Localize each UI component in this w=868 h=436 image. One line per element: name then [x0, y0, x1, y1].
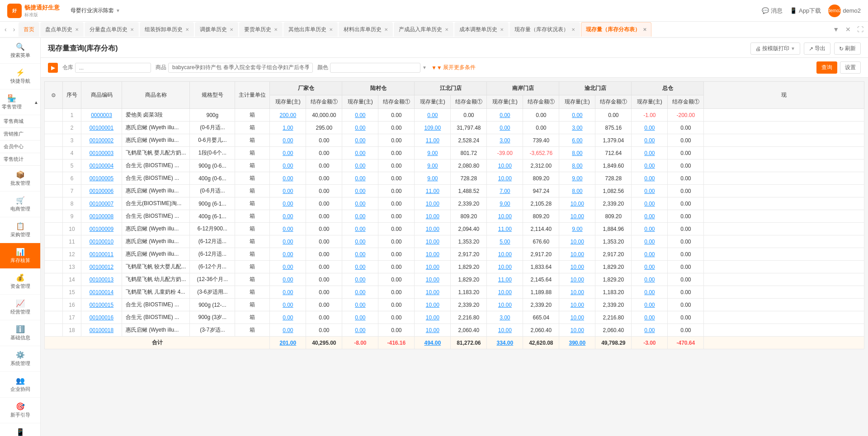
- row-changjia-cur[interactable]: 0.00: [270, 134, 306, 147]
- row-lucun-cur[interactable]: 0.00: [342, 223, 378, 235]
- row-changjia-cur[interactable]: 1.00: [270, 122, 306, 134]
- row-jiangbei-cur[interactable]: 11.00: [415, 185, 451, 197]
- row-nanan-cur[interactable]: 3.00: [487, 311, 523, 324]
- tab-close-all-btn[interactable]: ✕: [843, 26, 854, 33]
- row-zongcang-cur[interactable]: 0.00: [632, 147, 668, 159]
- summary-changjia-cur[interactable]: 201.00: [270, 337, 306, 349]
- summary-nanan-cur[interactable]: 334.00: [487, 337, 523, 349]
- tab-8-close[interactable]: ✕: [445, 27, 448, 32]
- row-lucun-cur[interactable]: 0.00: [342, 299, 378, 311]
- row-lucun-cur[interactable]: 0.00: [342, 159, 378, 172]
- row-code[interactable]: 00100011: [81, 248, 122, 261]
- row-changjia-cur[interactable]: 0.00: [270, 172, 306, 185]
- row-zongcang-cur[interactable]: -1.00: [632, 109, 668, 122]
- row-zongcang-cur[interactable]: 0.00: [632, 248, 668, 261]
- row-nanan-cur[interactable]: 10.00: [487, 299, 523, 311]
- row-code[interactable]: 00100016: [81, 311, 122, 324]
- row-nanan-cur[interactable]: 9.00: [487, 197, 523, 210]
- tab-4[interactable]: 调拨单历史 ✕: [195, 22, 238, 37]
- row-yubei-cur[interactable]: 8.00: [559, 185, 595, 197]
- row-jiangbei-cur[interactable]: 10.00: [415, 273, 451, 286]
- sidebar-item-retail[interactable]: 🏪 零售管理 ▲: [0, 89, 40, 115]
- row-jiangbei-cur[interactable]: 9.00: [415, 147, 451, 159]
- row-zongcang-cur[interactable]: 0.00: [632, 210, 668, 223]
- app-download-btn[interactable]: 📱 App下载: [790, 7, 821, 15]
- tab-9[interactable]: 成本调整单历史 ✕: [454, 22, 509, 37]
- summary-jiangbei-cur[interactable]: 494.00: [415, 337, 451, 349]
- message-btn[interactable]: 💬 消息: [762, 7, 783, 15]
- row-lucun-cur[interactable]: 0.00: [342, 261, 378, 273]
- row-zongcang-cur[interactable]: 0.00: [632, 324, 668, 337]
- row-jiangbei-cur[interactable]: 11.00: [415, 134, 451, 147]
- row-zongcang-cur[interactable]: 0.00: [632, 134, 668, 147]
- row-nanan-cur[interactable]: 11.00: [487, 273, 523, 286]
- sidebar-item-retail-stat[interactable]: 零售统计: [0, 153, 40, 166]
- tab-5[interactable]: 要货单历史 ✕: [239, 22, 283, 37]
- row-yubei-cur[interactable]: 10.00: [559, 248, 595, 261]
- print-btn[interactable]: 🖨 按模版打印 ▼: [750, 42, 800, 55]
- tab-9-close[interactable]: ✕: [500, 27, 504, 32]
- row-lucun-cur[interactable]: 0.00: [342, 122, 378, 134]
- row-jiangbei-cur[interactable]: 10.00: [415, 210, 451, 223]
- row-jiangbei-cur[interactable]: 10.00: [415, 311, 451, 324]
- row-jiangbei-cur[interactable]: 10.00: [415, 235, 451, 248]
- row-yubei-cur[interactable]: 3.00: [559, 122, 595, 134]
- filter-expand-btn[interactable]: ▶: [48, 63, 58, 73]
- filter-more-btn[interactable]: ▼▼ 展开更多条件: [431, 64, 476, 71]
- row-code[interactable]: 00100010: [81, 235, 122, 248]
- row-code[interactable]: 00100012: [81, 261, 122, 273]
- sidebar-item-wholesale[interactable]: 📦 批发管理: [0, 166, 40, 192]
- row-code[interactable]: 00100001: [81, 122, 122, 134]
- row-changjia-cur[interactable]: 0.00: [270, 159, 306, 172]
- tab-2[interactable]: 分量盘点单历史 ✕: [85, 22, 139, 37]
- row-zongcang-cur[interactable]: 0.00: [632, 172, 668, 185]
- row-jiangbei-cur[interactable]: 109.00: [415, 122, 451, 134]
- sidebar-item-system[interactable]: ⚙️ 系统管理: [0, 346, 40, 372]
- sidebar-item-basic[interactable]: ℹ️ 基础信息: [0, 320, 40, 346]
- query-btn[interactable]: 查询: [816, 61, 837, 74]
- sidebar-item-marketing[interactable]: 营销推广: [0, 128, 40, 141]
- tab-10-close[interactable]: ✕: [571, 27, 575, 32]
- row-changjia-cur[interactable]: 0.00: [270, 286, 306, 299]
- sidebar-item-nav[interactable]: ⚡ 快捷导航: [0, 64, 40, 89]
- sidebar-item-finance[interactable]: 💰 资金管理: [0, 269, 40, 295]
- tab-3-close[interactable]: ✕: [185, 27, 189, 32]
- row-nanan-cur[interactable]: 10.00: [487, 248, 523, 261]
- goods-input[interactable]: [168, 63, 313, 73]
- export-btn[interactable]: ↗ 导出: [804, 42, 830, 55]
- row-jiangbei-cur[interactable]: 9.00: [415, 172, 451, 185]
- row-code[interactable]: 00100018: [81, 324, 122, 337]
- tab-1-close[interactable]: ✕: [75, 27, 79, 32]
- tab-fullscreen-btn[interactable]: ⛶: [854, 26, 866, 33]
- tab-next-btn[interactable]: ›: [10, 26, 18, 33]
- row-nanan-cur[interactable]: 0.00: [487, 109, 523, 122]
- row-nanan-cur[interactable]: 10.00: [487, 324, 523, 337]
- sidebar-item-inventory[interactable]: 📊 库存核算: [0, 243, 40, 269]
- tab-6-close[interactable]: ✕: [329, 27, 333, 32]
- row-lucun-cur[interactable]: 0.00: [342, 324, 378, 337]
- sidebar-item-guide[interactable]: 🎯 新手引导: [0, 398, 40, 423]
- row-nanan-cur[interactable]: 0.00: [487, 122, 523, 134]
- row-code[interactable]: 00100008: [81, 210, 122, 223]
- row-changjia-cur[interactable]: 0.00: [270, 261, 306, 273]
- row-changjia-cur[interactable]: 0.00: [270, 197, 306, 210]
- row-yubei-cur[interactable]: 6.00: [559, 134, 595, 147]
- row-changjia-cur[interactable]: 0.00: [270, 324, 306, 337]
- row-code[interactable]: 00100002: [81, 134, 122, 147]
- row-jiangbei-cur[interactable]: 10.00: [415, 324, 451, 337]
- row-jiangbei-cur[interactable]: 0.00: [415, 109, 451, 122]
- warehouse-input[interactable]: [75, 63, 151, 73]
- table-settings-icon[interactable]: ⚙: [51, 92, 56, 98]
- row-lucun-cur[interactable]: 0.00: [342, 147, 378, 159]
- row-nanan-cur[interactable]: 11.00: [487, 223, 523, 235]
- row-yubei-cur[interactable]: 10.00: [559, 299, 595, 311]
- tab-11-close[interactable]: ✕: [643, 27, 646, 32]
- sidebar-item-collab[interactable]: 👥 企业协同: [0, 372, 40, 398]
- row-yubei-cur[interactable]: 10.00: [559, 210, 595, 223]
- tab-7-close[interactable]: ✕: [384, 27, 388, 32]
- tab-5-close[interactable]: ✕: [274, 27, 278, 32]
- col-settings-header[interactable]: ⚙: [45, 82, 63, 109]
- row-code[interactable]: 00100003: [81, 147, 122, 159]
- row-code[interactable]: 00100004: [81, 159, 122, 172]
- row-lucun-cur[interactable]: 0.00: [342, 311, 378, 324]
